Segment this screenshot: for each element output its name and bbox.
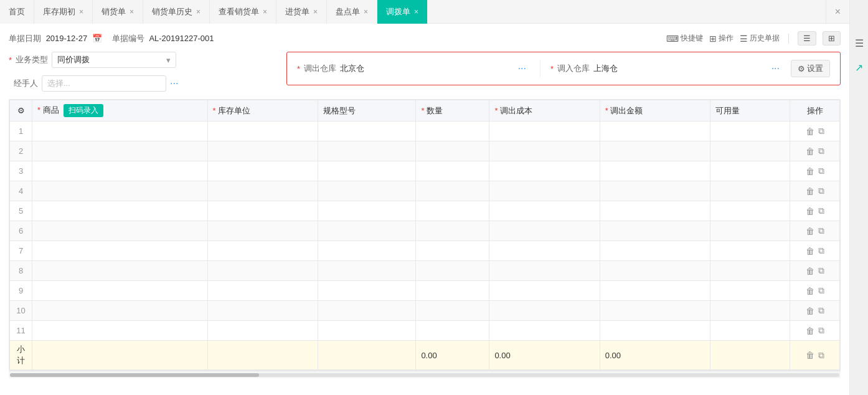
cell-transfer-amount-1[interactable] [600,121,710,141]
cell-transfer-amount-5[interactable] [600,201,710,221]
cell-transfer-amount-10[interactable] [600,301,710,321]
tab-transfer-order-close[interactable]: × [414,7,418,16]
out-warehouse-dots-button[interactable]: ··· [514,63,530,74]
copy-row-8-button[interactable]: ⧉ [818,265,824,276]
cell-unit-5[interactable] [207,201,318,221]
delete-row-11-button[interactable]: 🗑 [806,326,814,336]
cell-spec-11[interactable] [318,321,416,341]
cell-transfer-amount-6[interactable] [600,221,710,241]
cell-transfer-cost-11[interactable] [489,321,600,341]
cell-unit-8[interactable] [207,261,318,281]
tab-stocktake-close[interactable]: × [364,7,368,16]
delete-row-2-button[interactable]: 🗑 [806,146,814,156]
close-all-tabs-button[interactable]: × [826,0,849,24]
calendar-icon[interactable]: 📅 [92,34,102,43]
cell-available-6[interactable] [710,221,790,241]
cell-transfer-cost-2[interactable] [489,141,600,161]
copy-row-5-button[interactable]: ⧉ [818,206,824,216]
cell-transfer-cost-10[interactable] [489,301,600,321]
tab-sales-order[interactable]: 销货单 × [93,0,143,24]
tab-purchase-order[interactable]: 进货单 × [276,0,327,24]
cell-available-10[interactable] [710,301,790,321]
layout-grid-button[interactable]: ⊞ [823,31,841,45]
handler-input[interactable]: 选择... [42,75,166,92]
cell-product-10[interactable] [32,301,208,321]
shortcut-button[interactable]: ⌨ 快捷键 [666,33,703,44]
cell-transfer-amount-9[interactable] [600,281,710,301]
cell-unit-10[interactable] [207,301,318,321]
cell-product-6[interactable] [32,221,208,241]
cell-spec-3[interactable] [318,161,416,181]
cell-product-11[interactable] [32,321,208,341]
cell-unit-3[interactable] [207,161,318,181]
cell-spec-1[interactable] [318,121,416,141]
cell-transfer-cost-8[interactable] [489,261,600,281]
cell-qty-3[interactable] [416,161,489,181]
delete-row-7-button[interactable]: 🗑 [806,246,814,256]
tab-home[interactable]: 首页 [0,0,34,24]
cell-product-1[interactable] [32,121,208,141]
cell-spec-10[interactable] [318,301,416,321]
cell-available-9[interactable] [710,281,790,301]
delete-row-8-button[interactable]: 🗑 [806,266,814,276]
cell-product-5[interactable] [32,201,208,221]
cell-unit-7[interactable] [207,241,318,261]
cell-qty-6[interactable] [416,221,489,241]
sidebar-list-icon[interactable]: ☰ [855,37,864,49]
cell-product-3[interactable] [32,161,208,181]
cell-product-7[interactable] [32,241,208,261]
tab-inventory-init-close[interactable]: × [79,7,83,16]
delete-row-6-button[interactable]: 🗑 [806,226,814,236]
th-gear[interactable]: ⚙ [10,100,32,121]
copy-row-1-button[interactable]: ⧉ [818,126,824,136]
cell-qty-2[interactable] [416,141,489,161]
delete-row-10-button[interactable]: 🗑 [806,306,814,316]
cell-available-4[interactable] [710,181,790,201]
cell-unit-11[interactable] [207,321,318,341]
cell-unit-1[interactable] [207,121,318,141]
cell-available-11[interactable] [710,321,790,341]
delete-row-3-button[interactable]: 🗑 [806,166,814,176]
cell-transfer-cost-4[interactable] [489,181,600,201]
cell-available-5[interactable] [710,201,790,221]
cell-unit-6[interactable] [207,221,318,241]
cell-unit-2[interactable] [207,141,318,161]
copy-subtotal-button[interactable]: ⧉ [818,350,824,361]
history-button[interactable]: ☰ 历史单据 [740,33,780,44]
business-type-select[interactable]: 同价调拨 ▾ [52,52,176,68]
scroll-thumb[interactable] [10,373,259,377]
horizontal-scrollbar[interactable] [9,371,841,378]
cell-unit-9[interactable] [207,281,318,301]
cell-qty-9[interactable] [416,281,489,301]
cell-transfer-amount-11[interactable] [600,321,710,341]
cell-product-8[interactable] [32,261,208,281]
cell-qty-5[interactable] [416,201,489,221]
cell-spec-9[interactable] [318,281,416,301]
cell-transfer-cost-5[interactable] [489,201,600,221]
cell-spec-4[interactable] [318,181,416,201]
cell-qty-10[interactable] [416,301,489,321]
cell-qty-11[interactable] [416,321,489,341]
cell-transfer-cost-7[interactable] [489,241,600,261]
cell-product-2[interactable] [32,141,208,161]
setting-button[interactable]: ⚙ 设置 [791,60,830,77]
cell-available-2[interactable] [710,141,790,161]
copy-row-10-button[interactable]: ⧉ [818,305,824,316]
cell-qty-1[interactable] [416,121,489,141]
cell-product-9[interactable] [32,281,208,301]
cell-transfer-cost-1[interactable] [489,121,600,141]
in-warehouse-dots-button[interactable]: ··· [768,63,783,74]
cell-qty-7[interactable] [416,241,489,261]
copy-row-7-button[interactable]: ⧉ [818,245,824,256]
cell-transfer-amount-4[interactable] [600,181,710,201]
delete-subtotal-button[interactable]: 🗑 [806,350,814,360]
cell-transfer-amount-2[interactable] [600,141,710,161]
tab-sales-order-close[interactable]: × [130,7,134,16]
handler-dots-button[interactable]: ··· [170,78,178,89]
tab-view-sales[interactable]: 查看销货单 × [210,0,276,24]
cell-available-1[interactable] [710,121,790,141]
operations-button[interactable]: ⊞ 操作 [709,33,734,44]
tab-stocktake[interactable]: 盘点单 × [327,0,377,24]
delete-row-9-button[interactable]: 🗑 [806,286,814,296]
tab-transfer-order[interactable]: 调拨单 × [377,0,428,24]
